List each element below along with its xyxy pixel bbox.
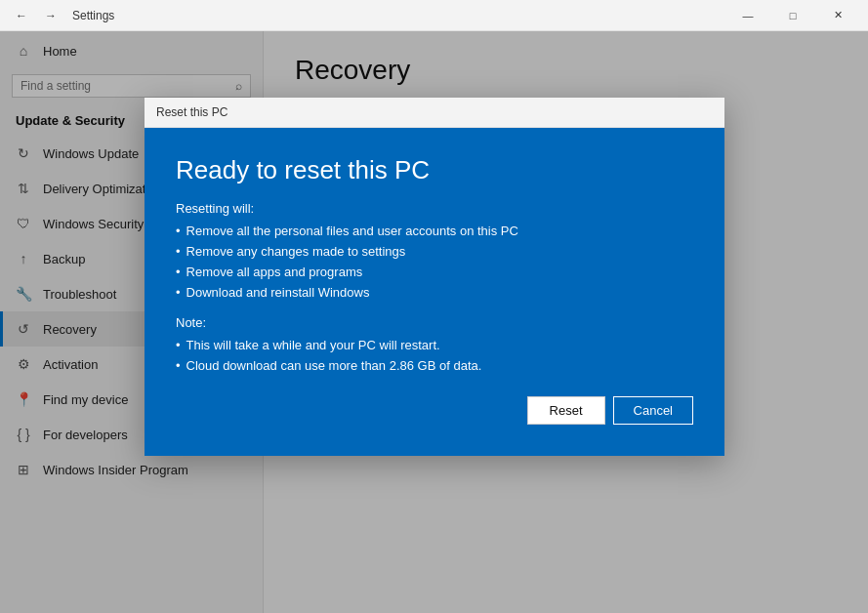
list-item: This will take a while and your PC will … [176,338,693,352]
back-button[interactable]: ← [8,2,35,29]
title-bar-controls: — □ ✕ [725,0,860,31]
note-label: Note: [176,315,693,330]
forward-button[interactable]: → [37,2,64,29]
list-item: Remove all the personal files and user a… [176,224,693,238]
resetting-will-list: Remove all the personal files and user a… [176,224,693,300]
maximize-button[interactable]: □ [770,0,815,31]
title-bar: ← → Settings — □ ✕ [0,0,868,31]
dialog-body: Ready to reset this PC Resetting will: R… [145,128,724,456]
dialog-titlebar: Reset this PC [145,98,724,128]
close-button[interactable]: ✕ [815,0,860,31]
list-item: Cloud download can use more than 2.86 GB… [176,358,693,373]
cancel-button[interactable]: Cancel [613,396,693,425]
dialog-footer: Reset Cancel [176,396,693,425]
list-item: Remove any changes made to settings [176,244,693,259]
reset-dialog: Reset this PC Ready to reset this PC Res… [145,98,724,456]
list-item: Download and reinstall Windows [176,285,693,300]
dialog-main-title: Ready to reset this PC [176,155,693,185]
note-list: This will take a while and your PC will … [176,338,693,373]
resetting-will-label: Resetting will: [176,201,693,216]
title-bar-title: Settings [72,9,114,22]
title-bar-nav: ← → [8,2,64,29]
minimize-button[interactable]: — [725,0,770,31]
title-bar-left: ← → Settings [8,2,114,29]
reset-button[interactable]: Reset [527,396,605,425]
list-item: Remove all apps and programs [176,265,693,279]
